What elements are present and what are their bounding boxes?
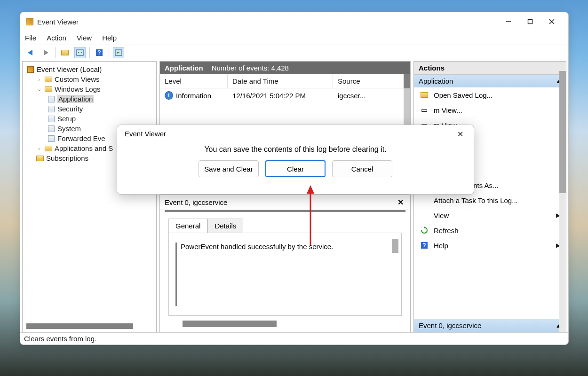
svg-point-5 — [78, 52, 79, 53]
log-icon — [47, 105, 56, 113]
tree-setup[interactable]: Setup — [24, 114, 154, 124]
menubar: File Action View Help — [20, 31, 568, 45]
open-folder-icon[interactable] — [59, 47, 71, 58]
back-button[interactable] — [25, 47, 36, 58]
svg-point-6 — [81, 52, 82, 53]
folder-icon — [44, 76, 53, 83]
actions-section-application[interactable]: Application ▲ — [414, 75, 566, 87]
event-detail-panel: Event 0, igccservice ✕ General Details P… — [159, 195, 411, 332]
menu-view[interactable]: View — [77, 34, 92, 42]
dialog-message: You can save the contents of this log be… — [117, 141, 474, 160]
actions-header: Actions — [414, 62, 566, 75]
refresh-icon[interactable] — [74, 47, 86, 58]
folder-icon — [44, 86, 53, 93]
log-name-header: Application — [165, 64, 203, 72]
annotation-arrow-icon — [305, 185, 316, 248]
log-icon — [47, 115, 56, 123]
tree-security[interactable]: Security — [24, 104, 154, 114]
chevron-right-icon: › — [36, 77, 42, 82]
close-button[interactable] — [541, 15, 563, 29]
log-icon — [47, 95, 56, 103]
event-row[interactable]: iInformation 12/16/2021 5:04:22 PM igccs… — [160, 88, 404, 102]
minimize-button[interactable] — [498, 15, 519, 29]
clear-button[interactable]: Clear — [265, 160, 326, 177]
actions-section-event[interactable]: Event 0, igccservice ▲ — [414, 319, 566, 332]
cancel-button[interactable]: Cancel — [332, 160, 392, 177]
svg-rect-1 — [528, 20, 532, 24]
tab-details[interactable]: Details — [207, 219, 243, 233]
root-icon — [26, 66, 35, 73]
action-attach-task[interactable]: Attach a Task To this Log... — [414, 193, 566, 208]
save-and-clear-button[interactable]: Save and Clear — [199, 160, 259, 177]
help-icon: ? — [420, 241, 429, 250]
actions-v-scrollbar[interactable] — [559, 62, 566, 332]
action-view-submenu[interactable]: View▶ — [414, 208, 566, 223]
col-source[interactable]: Source — [333, 74, 378, 88]
svg-text:?: ? — [97, 49, 101, 56]
tab-general[interactable]: General — [168, 219, 207, 233]
folder-open-icon — [420, 91, 429, 99]
menu-action[interactable]: Action — [47, 34, 66, 42]
view-icon: ▭ — [420, 106, 429, 114]
task-icon — [420, 196, 429, 204]
log-icon — [47, 135, 56, 142]
folder-icon — [44, 145, 53, 152]
clear-log-dialog: Event Viewer ✕ You can save the contents… — [117, 125, 474, 195]
event-count-label: Number of events: 4,428 — [212, 64, 289, 72]
window-title: Event Viewer — [37, 18, 494, 26]
menu-file[interactable]: File — [25, 34, 36, 42]
tree-panel: Event Viewer (Local) › Custom Views ⌄ Wi… — [22, 61, 157, 332]
col-datetime[interactable]: Date and Time — [228, 74, 333, 88]
action-open-saved-log[interactable]: Open Saved Log... — [414, 87, 566, 102]
tree-h-scrollbar[interactable] — [26, 323, 133, 329]
tree-application[interactable]: Application — [24, 94, 154, 104]
action-help[interactable]: ?Help▶ — [414, 238, 566, 253]
app-icon — [26, 18, 33, 25]
dialog-close-icon[interactable]: ✕ — [454, 130, 466, 139]
dialog-title: Event Viewer — [125, 130, 166, 139]
actions-panel: Actions Application ▲ Open Saved Log... … — [413, 61, 566, 332]
col-level[interactable]: Level — [160, 74, 228, 88]
subscription-icon — [36, 155, 44, 162]
info-icon: i — [165, 91, 173, 100]
view-mode-icon[interactable] — [113, 47, 124, 58]
tree-windows-logs[interactable]: ⌄ Windows Logs — [24, 84, 154, 94]
menu-help[interactable]: Help — [102, 34, 117, 42]
tree-custom-views[interactable]: › Custom Views — [24, 74, 154, 84]
svg-text:?: ? — [422, 242, 426, 249]
help-toolbar-icon[interactable]: ? — [94, 47, 105, 58]
status-text: Clears events from log. — [24, 335, 96, 343]
toolbar: ? — [20, 45, 568, 60]
event-message: PowerEvent handled successfully by the s… — [181, 243, 395, 306]
refresh-icon — [420, 226, 429, 235]
action-create-custom-view[interactable]: ▭m View... — [414, 102, 566, 118]
detail-v-scrollbar[interactable] — [392, 239, 398, 253]
chevron-down-icon: ⌄ — [36, 86, 42, 92]
log-icon — [47, 125, 56, 133]
tree-root[interactable]: Event Viewer (Local) — [24, 64, 154, 74]
detail-h-scrollbar[interactable] — [168, 321, 402, 327]
status-bar: Clears events from log. — [20, 332, 568, 345]
chevron-right-icon: › — [36, 146, 42, 151]
maximize-button[interactable] — [519, 15, 541, 29]
detail-heading: Event 0, igccservice — [165, 198, 227, 206]
event-grid-header: Level Date and Time Source — [160, 74, 404, 88]
titlebar: Event Viewer — [20, 12, 568, 31]
action-refresh[interactable]: Refresh — [414, 223, 566, 238]
forward-button[interactable] — [40, 47, 51, 58]
detail-close-icon[interactable]: ✕ — [396, 198, 405, 207]
svg-rect-4 — [77, 50, 83, 55]
